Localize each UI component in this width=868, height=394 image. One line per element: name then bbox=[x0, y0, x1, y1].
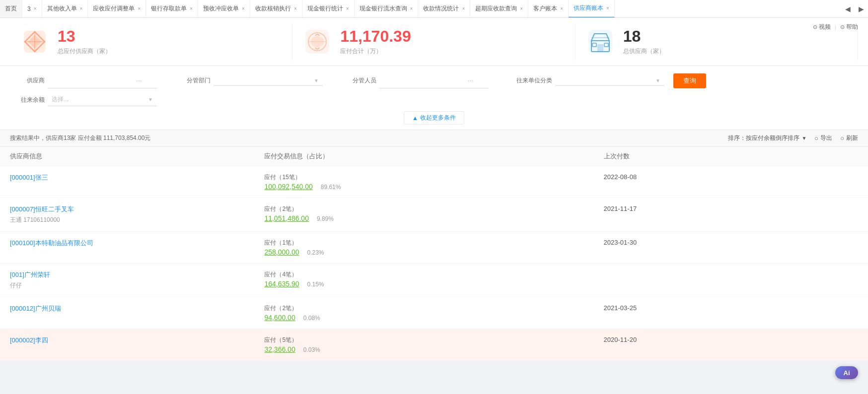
person-input-container[interactable]: ··· bbox=[379, 73, 489, 88]
nav-bank-deposit[interactable]: 银行存取款单 × bbox=[146, 0, 198, 18]
stat1-content: 13 总应付供应商（家） bbox=[58, 28, 111, 56]
chevron-down-icon2: ▼ bbox=[655, 78, 660, 83]
export-button[interactable]: ○ 导出 bbox=[814, 134, 832, 142]
supplier-cell: [000007]恒旺二手叉车 王通 17106110000 bbox=[10, 205, 264, 224]
close-icon[interactable]: × bbox=[242, 6, 245, 11]
close-icon[interactable]: × bbox=[294, 6, 297, 11]
close-icon[interactable]: × bbox=[190, 6, 193, 11]
divider: | bbox=[835, 24, 836, 31]
help-link[interactable]: 帮助 bbox=[846, 23, 858, 31]
transaction-amount[interactable]: 164,635.90 bbox=[264, 280, 299, 288]
transaction-row: 258,000.00 0.23% bbox=[264, 247, 603, 256]
transaction-pct: 0.08% bbox=[303, 315, 320, 322]
stat3-number: 18 bbox=[623, 28, 665, 45]
close-icon[interactable]: × bbox=[560, 6, 563, 11]
transaction-cell: 应付（5笔） 32,366.00 0.03% bbox=[264, 336, 603, 353]
stats-bar: 13 总应付供应商（家） 11,170.39 应付合计（万） bbox=[0, 18, 868, 66]
filter-bar: 供应商 ··· 分管部门 ▼ 分管人员 ··· 往来单位分类 bbox=[0, 66, 868, 130]
transaction-pct: 89.61% bbox=[321, 184, 341, 191]
transaction-row: 32,366.00 0.03% bbox=[264, 344, 603, 353]
transaction-type: 应付（1笔） bbox=[264, 239, 603, 247]
close-icon[interactable]: × bbox=[138, 6, 141, 11]
refresh-label: 刷新 bbox=[846, 134, 858, 142]
supplier-link[interactable]: [000100]本特勒油品有限公司 bbox=[10, 239, 93, 247]
nav-other-income[interactable]: 其他收入单 × bbox=[42, 0, 88, 18]
person-input[interactable] bbox=[383, 75, 468, 86]
department-select[interactable]: ▼ bbox=[214, 76, 323, 86]
filter-row-2: 往来余额 选择... ▼ bbox=[10, 93, 858, 106]
filter-unit-category: 往来单位分类 ▼ bbox=[507, 76, 664, 86]
query-button[interactable]: 查询 bbox=[673, 73, 706, 88]
collapse-button[interactable]: ▲ 收起更多条件 bbox=[404, 111, 464, 125]
nav-tab-3[interactable]: 3 × bbox=[22, 0, 42, 18]
nav-home[interactable]: 首页 bbox=[0, 0, 22, 18]
transaction-type: 应付（15笔） bbox=[264, 173, 603, 182]
filter-row-1: 供应商 ··· 分管部门 ▼ 分管人员 ··· 往来单位分类 bbox=[10, 73, 858, 88]
close-icon[interactable]: × bbox=[410, 6, 413, 11]
close-icon[interactable]: × bbox=[346, 6, 349, 11]
last-payment-date: 2022-08-08 bbox=[604, 173, 637, 181]
table-container: 供应商信息 应付交易信息（占比） 上次付数 [000001]张三 应付（15笔）… bbox=[0, 147, 868, 361]
nav-adjustment[interactable]: 应收应付调整单 × bbox=[88, 0, 146, 18]
last-payment-cell: 2021-03-25 bbox=[604, 304, 858, 312]
collapse-chevron-icon: ▲ bbox=[412, 115, 418, 122]
refresh-icon: ○ bbox=[840, 134, 844, 142]
result-summary: 搜索结果中，供应商13家 应付金额 111,703,854.00元 bbox=[10, 134, 150, 142]
nav-payment-verify[interactable]: 收款核销执行 × bbox=[250, 0, 302, 18]
filter-balance: 往来余额 选择... ▼ bbox=[10, 93, 157, 106]
transaction-amount[interactable]: 258,000.00 bbox=[264, 248, 299, 256]
close-icon[interactable]: × bbox=[520, 6, 523, 11]
stat2-content: 11,170.39 应付合计（万） bbox=[340, 28, 411, 56]
transaction-amount[interactable]: 32,366.00 bbox=[264, 345, 295, 353]
transaction-pct: 0.15% bbox=[307, 281, 324, 288]
nav-advance-receipt[interactable]: 预收冲应收单 × bbox=[198, 0, 250, 18]
filter-person: 分管人员 ··· bbox=[342, 73, 489, 88]
video-link[interactable]: 视频 bbox=[819, 23, 831, 31]
supplier-sub: 仔仔 bbox=[10, 281, 264, 290]
nav-arrows: ◀ ▶ bbox=[841, 0, 868, 18]
table-row: [000007]恒旺二手叉车 王通 17106110000 应付（2笔） 11,… bbox=[0, 198, 868, 232]
supplier-cell: [000001]张三 bbox=[10, 173, 264, 182]
nav-supplier-ledger[interactable]: 供应商账本 × bbox=[569, 0, 615, 18]
transaction-amount[interactable]: 11,051,486.00 bbox=[264, 214, 309, 222]
balance-select[interactable]: 选择... ▼ bbox=[48, 93, 157, 106]
table-header: 供应商信息 应付交易信息（占比） 上次付数 bbox=[0, 147, 868, 166]
collapse-container: ▲ 收起更多条件 bbox=[10, 111, 858, 125]
supplier-link[interactable]: [000007]恒旺二手叉车 bbox=[10, 205, 74, 213]
nav-next[interactable]: ▶ bbox=[855, 0, 868, 18]
nav-customer-ledger[interactable]: 客户账本 × bbox=[528, 0, 569, 18]
filter-supplier: 供应商 ··· bbox=[10, 73, 157, 88]
transaction-amount[interactable]: 94,600.00 bbox=[264, 314, 295, 322]
transaction-cell: 应付（2笔） 94,600.00 0.08% bbox=[264, 304, 603, 322]
close-icon[interactable]: × bbox=[606, 5, 609, 11]
nav-cash-flow-query[interactable]: 现金银行流水查询 × bbox=[355, 0, 419, 18]
close-icon[interactable]: × bbox=[462, 6, 465, 11]
nav-prev[interactable]: ◀ bbox=[841, 0, 855, 18]
supplier-cell: [000100]本特勒油品有限公司 bbox=[10, 239, 264, 248]
shop-icon bbox=[585, 27, 615, 57]
nav-cash-bank-stat[interactable]: 现金银行统计 × bbox=[302, 0, 355, 18]
close-icon[interactable]: × bbox=[80, 6, 83, 11]
sort-button[interactable]: 排序：按应付余额倒序排序 ▼ bbox=[728, 134, 806, 142]
supplier-link[interactable]: [001]广州荣轩 bbox=[10, 271, 50, 278]
refresh-button[interactable]: ○ 刷新 bbox=[840, 134, 858, 142]
nav-collection-stat[interactable]: 收款情况统计 × bbox=[418, 0, 470, 18]
transaction-row: 11,051,486.00 9.89% bbox=[264, 213, 603, 222]
supplier-input-container[interactable]: ··· bbox=[48, 73, 157, 88]
supplier-cell: [001]广州荣轩 仔仔 bbox=[10, 270, 264, 290]
transaction-type: 应付（2笔） bbox=[264, 205, 603, 213]
table-row: [000100]本特勒油品有限公司 应付（1笔） 258,000.00 0.23… bbox=[0, 232, 868, 263]
diamond-icon bbox=[20, 27, 50, 57]
result-bar-right: 排序：按应付余额倒序排序 ▼ ○ 导出 ○ 刷新 bbox=[728, 134, 858, 142]
chevron-down-icon3: ▼ bbox=[148, 97, 153, 102]
supplier-link[interactable]: [000012]广州贝瑞 bbox=[10, 305, 61, 312]
unit-category-select[interactable]: ▼ bbox=[555, 76, 664, 86]
nav-overdue-query[interactable]: 超期应收款查询 × bbox=[470, 0, 528, 18]
supplier-input[interactable] bbox=[52, 75, 136, 86]
supplier-link[interactable]: [000002]李四 bbox=[10, 336, 48, 344]
transaction-cell: 应付（15笔） 100,092,540.00 89.61% bbox=[264, 173, 603, 191]
close-icon[interactable]: × bbox=[34, 6, 37, 11]
stat-total-suppliers-payable: 13 总应付供应商（家） bbox=[10, 23, 292, 61]
transaction-amount[interactable]: 100,092,540.00 bbox=[264, 183, 312, 191]
supplier-link[interactable]: [000001]张三 bbox=[10, 174, 48, 181]
